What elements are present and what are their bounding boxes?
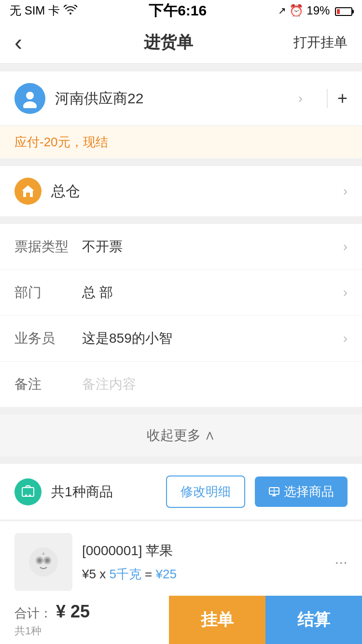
remark-input[interactable]: 备注内容 [72,375,348,393]
dept-chevron-icon: › [343,285,348,300]
svg-rect-3 [22,488,34,496]
supplier-divider [327,89,328,108]
salesperson-chevron-icon: › [343,331,348,346]
bottom-bar: 合计： ¥ 25 共1种 挂单 结算 [0,596,362,644]
supplier-name: 河南供应商22 [55,89,298,109]
alarm-icon: ⏰ [289,4,304,17]
hang-button[interactable]: 挂单 [169,596,265,644]
page-title: 进货单 [144,31,193,54]
back-button[interactable]: ‹ [14,29,43,56]
status-left: 无 SIM 卡 [10,3,77,18]
svg-point-15 [45,559,49,562]
select-product-button[interactable]: 选择商品 [255,476,348,507]
product-divider [0,519,362,520]
select-product-icon [268,486,280,498]
total-amount: ¥ 25 [56,602,90,622]
notice-bar: 应付-20元，现结 [0,126,362,158]
nav-bar: ‹ 进货单 打开挂单 [0,21,362,64]
open-hang-button[interactable]: 打开挂单 [293,33,348,52]
battery-label: 19% [306,4,352,17]
warehouse-row[interactable]: 总仓 › [0,166,362,216]
product-info: [0000001] 苹果 ¥5 x 5千克 = ¥25 [82,542,325,583]
person-icon [20,89,40,108]
carrier-label: 无 SIM 卡 [10,3,60,18]
product-total: ¥25 [156,567,177,581]
warehouse-name: 总仓 [51,182,343,201]
product-title: 苹果 [146,543,173,558]
invoice-chevron-icon: › [343,239,348,254]
house-icon [21,184,35,198]
invoice-value: 不开票 [72,238,343,256]
warehouse-icon [14,178,42,205]
edit-detail-button[interactable]: 修改明细 [166,476,245,508]
section-spacer-top [0,64,362,71]
notice-text: 应付-20元，现结 [14,135,108,149]
dept-value: 总 部 [72,283,343,302]
wifi-icon [64,4,77,17]
svg-point-0 [26,92,34,99]
product-item: [0000001] 苹果 ¥5 x 5千克 = ¥25 ··· [0,521,362,602]
salesperson-label: 业务员 [14,329,72,348]
form-section: 票据类型 不开票 › 部门 总 部 › 业务员 这是859的小智 › 备注 备注… [0,224,362,407]
equals-icon: = [145,567,155,581]
invoice-label: 票据类型 [14,238,72,256]
location-icon: ↗ [278,5,286,16]
salesperson-row[interactable]: 业务员 这是859的小智 › [0,315,362,361]
supplier-row[interactable]: 河南供应商22 › + [0,71,362,126]
dept-label: 部门 [14,283,72,302]
product-price-row: ¥5 x 5千克 = ¥25 [82,566,325,583]
product-thumbnail [14,533,72,591]
product-code: [0000001] [82,543,142,558]
checkout-button[interactable]: 结算 [265,596,362,644]
status-time: 下午6:16 [149,1,207,21]
svg-point-14 [38,559,42,562]
supplier-plus-button[interactable]: + [337,88,348,109]
remark-row[interactable]: 备注 备注内容 [0,361,362,407]
svg-rect-2 [26,193,30,197]
product-thumb-image [27,545,60,579]
section-spacer-mid [0,456,362,464]
salesperson-value: 这是859的小智 [72,329,343,348]
warehouse-chevron-icon: › [343,183,348,199]
cart-icon [21,485,35,499]
product-price: ¥5 [82,567,96,581]
product-quantity: 5千克 [109,567,141,581]
collapse-bar[interactable]: 收起更多 ∧ [0,415,362,456]
total-line: 合计： ¥ 25 [14,602,154,622]
supplier-section: 河南供应商22 › + 应付-20元，现结 [0,71,362,158]
product-name: [0000001] 苹果 [82,542,325,560]
supplier-avatar [14,83,45,114]
remark-label: 备注 [14,375,72,393]
select-product-label: 选择商品 [284,483,334,500]
svg-point-5 [29,494,31,496]
product-count-text: 共1种商品 [51,483,156,501]
multiply-icon: x [99,567,109,581]
warehouse-section: 总仓 › [0,166,362,216]
total-label: 合计： [14,605,52,622]
total-count: 共1种 [14,624,154,638]
invoice-type-row[interactable]: 票据类型 不开票 › [0,224,362,269]
status-right: ↗ ⏰ 19% [278,4,352,17]
collapse-label: 收起更多 ∧ [147,428,216,443]
product-more-button[interactable]: ··· [334,553,348,571]
product-count-icon [14,478,42,505]
supplier-chevron-icon: › [298,91,303,106]
dept-row[interactable]: 部门 总 部 › [0,269,362,315]
svg-point-4 [25,494,27,496]
total-area: 合计： ¥ 25 共1种 [0,596,169,644]
product-header: 共1种商品 修改明细 选择商品 [0,464,362,519]
svg-point-1 [23,101,37,108]
status-bar: 无 SIM 卡 下午6:16 ↗ ⏰ 19% [0,0,362,21]
